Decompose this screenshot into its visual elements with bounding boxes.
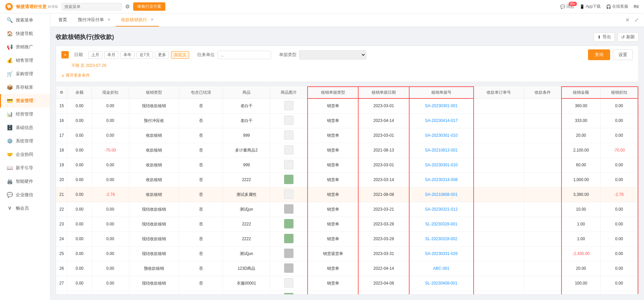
logo-icon: 畅 [5, 3, 13, 10]
tab-home[interactable]: 首页 [53, 13, 72, 27]
cell-write-off-type: 现结收款核销 [129, 231, 179, 246]
table-row: 21 0.00 -2.76 收款核销 否 测试多属性 销货单 2021-08-0… [56, 187, 638, 202]
sidebar-item-hardware[interactable]: 🖨️ 智能硬件 [0, 175, 50, 188]
cell-goods-img [270, 172, 308, 187]
th-gear[interactable]: ⚙ [56, 87, 67, 98]
voucher-bill-link[interactable]: SL-20230328-001 [425, 222, 458, 226]
voucher-bill-link[interactable]: SA-20230331-026 [425, 251, 458, 256]
cell-voucher-bill-no[interactable]: SA-20230414-017 [409, 113, 474, 128]
tab-close-icon[interactable]: ✕ [624, 16, 631, 24]
user-info[interactable]: Rit [634, 4, 639, 9]
sidebar-item-operation[interactable]: 📊 经营管理 [0, 108, 50, 121]
export-btn[interactable]: ⬆ 导出 [594, 32, 615, 42]
cell-receipt-terms [524, 187, 561, 202]
sidebar-item-purchase[interactable]: 🛒 采购管理 [0, 67, 50, 81]
cell-voucher-bill-date: 2021-08-13 [358, 143, 409, 158]
tab-prepay[interactable]: 预付冲应付单 ✕ [72, 13, 116, 27]
sidebar-item-sales[interactable]: 💰 销售管理 [0, 54, 50, 67]
sidebar-item-search[interactable]: 🔍 搜索菜单 [0, 13, 50, 27]
app-download-btn[interactable]: 📱App下载 [580, 4, 601, 9]
cell-voucher-bill-no[interactable]: ABC-001 [409, 261, 474, 276]
online-service-btn[interactable]: 🎧在线客服 [606, 4, 628, 9]
sidebar-item-basic[interactable]: 🗄️ 基础信息 [0, 121, 50, 134]
cell-voucher-bill-no[interactable]: SL-20230328-001 [409, 217, 474, 231]
voucher-bill-link[interactable]: ABC-001 [433, 266, 449, 271]
cell-include-settled: 否 [179, 143, 223, 158]
cell-receipt-order-no [474, 276, 524, 291]
tab-expand-icon[interactable]: ⤢ [633, 16, 640, 24]
date-this-year-btn[interactable]: 本年 [120, 51, 135, 59]
date-this-month-btn[interactable]: 本月 [104, 51, 118, 59]
voucher-bill-link[interactable]: SA-20230321-012 [425, 207, 458, 212]
cell-voucher-bill-no[interactable]: SA-20210808-001 [409, 187, 474, 202]
counterpart-input[interactable] [217, 51, 271, 59]
cell-write-off-type: 现结收款核销 [129, 276, 179, 291]
main-content: 首页 预付冲应付单 ✕ 收款核销执行 ✕ ✕ ⤢ 收款核销执行(按收款) [50, 13, 644, 300]
cell-voucher-bill-no[interactable]: SL-20230328-002 [409, 231, 474, 246]
trial-btn[interactable]: 体验行业方案 [133, 2, 165, 11]
tab-collection[interactable]: 收款核销执行 ✕ [116, 13, 159, 27]
voucher-bill-link[interactable]: SA-20210808-001 [425, 192, 458, 197]
voucher-bill-link[interactable]: SA-20230301-001 [425, 103, 458, 108]
voucher-bill-link[interactable]: SA-20230414-017 [425, 118, 458, 123]
refresh-icon: ↺ [621, 35, 625, 40]
cell-voucher-bill-date: 2023-03-01 [358, 128, 409, 143]
cell-balance: 0.00 [67, 217, 92, 231]
cell-voucher-bill-type: 销货单 [308, 187, 358, 202]
voucher-bill-link[interactable]: SA-20210813-001 [425, 148, 458, 153]
sidebar-label: 智能硬件 [16, 178, 33, 184]
sidebar-item-member[interactable]: V 畅会员 [0, 202, 50, 215]
cell-goods-img [270, 143, 308, 158]
cell-row-no: 21 [56, 187, 67, 202]
date-custom-btn[interactable]: 自定义 [171, 51, 189, 59]
cell-cash-discount: 0.00 [92, 246, 129, 261]
cell-voucher-bill-no[interactable]: SA-20230331-026 [409, 246, 474, 261]
voucher-bill-link[interactable]: SA-20230301-010 [425, 133, 458, 138]
query-btn[interactable]: 查询 [588, 49, 610, 60]
date-more-btn[interactable]: 更多 [155, 51, 169, 59]
cell-voucher-bill-no[interactable]: SL-20230418-001 [409, 291, 474, 295]
cell-receipt-order-no [474, 113, 524, 128]
date-7days-btn[interactable]: 近7天 [137, 51, 153, 59]
cell-write-off-amount: 1,000.00 [561, 172, 600, 187]
refresh-btn[interactable]: ↺ 刷新 [618, 32, 639, 42]
voucher-bill-link[interactable]: SL-20230328-002 [425, 237, 458, 241]
voucher-bill-link[interactable]: SA-20230314-008 [425, 177, 458, 182]
voucher-bill-link[interactable]: SL-20230408-001 [425, 281, 458, 286]
sidebar-item-marketing[interactable]: 📢 营销推广 [0, 40, 50, 54]
cell-voucher-bill-no[interactable]: SA-20230301-010 [409, 158, 474, 172]
cell-voucher-bill-no[interactable]: SL-20230408-001 [409, 276, 474, 291]
cell-goods: 123D商品 [223, 261, 270, 276]
sidebar-item-guide[interactable]: 📖 新手引导 [0, 161, 50, 175]
cell-voucher-bill-no[interactable]: SA-20230301-010 [409, 128, 474, 143]
sidebar-item-inventory[interactable]: 📦 库存核算 [0, 81, 50, 94]
cell-voucher-bill-no[interactable]: SA-20230321-012 [409, 202, 474, 217]
gear-icon[interactable]: ⚙ [125, 3, 130, 10]
messages-btn[interactable]: 💬 消息 99+ [560, 4, 574, 9]
sidebar-item-quick[interactable]: 🏠 快捷导航 [0, 27, 50, 40]
filter-settings-btn[interactable]: 设置 [613, 49, 633, 60]
cell-write-off-amount: -2,430.00 [561, 246, 600, 261]
cell-receipt-order-no [474, 172, 524, 187]
filter-toggle-btn[interactable]: » [61, 51, 69, 58]
sidebar-item-corp[interactable]: 🤝 企业协同 [0, 148, 50, 161]
table-row: 20 0.00 0.00 收款核销 否 2222 销货单 2023-03-14 … [56, 172, 638, 187]
date-prev-month-btn[interactable]: 上月 [88, 51, 102, 59]
expand-more-btn[interactable]: ∨ 展开更多条件 [61, 73, 633, 78]
tab-collection-close[interactable]: ✕ [151, 17, 154, 22]
voucher-bill-link[interactable]: SA-20230301-010 [425, 163, 458, 167]
data-table-wrapper: ⚙ 余额 现金折扣 核销类型 包含已结清 商品 商品图片 核销单据类型 核销单据… [56, 86, 639, 295]
cell-voucher-bill-no[interactable]: SA-20230314-008 [409, 172, 474, 187]
cell-voucher-bill-no[interactable]: SA-20210813-001 [409, 143, 474, 158]
cell-receipt-order-no [474, 231, 524, 246]
cell-voucher-bill-type: 销货单 [308, 202, 358, 217]
voucher-type-select[interactable] [299, 50, 366, 59]
top-search-input[interactable] [61, 3, 122, 10]
th-receipt-order-no: 收款单订单号 [474, 87, 524, 98]
sidebar-item-wechat[interactable]: 💬 企业微信 [0, 188, 50, 202]
sidebar-item-finance[interactable]: 💳 资金管理 [0, 94, 50, 108]
tab-prepay-close[interactable]: ✕ [107, 17, 110, 22]
sidebar-label: 企业协同 [16, 152, 33, 158]
sidebar-item-system[interactable]: ⚙️ 系统管理 [0, 134, 50, 148]
cell-voucher-bill-no[interactable]: SA-20230301-001 [409, 98, 474, 113]
